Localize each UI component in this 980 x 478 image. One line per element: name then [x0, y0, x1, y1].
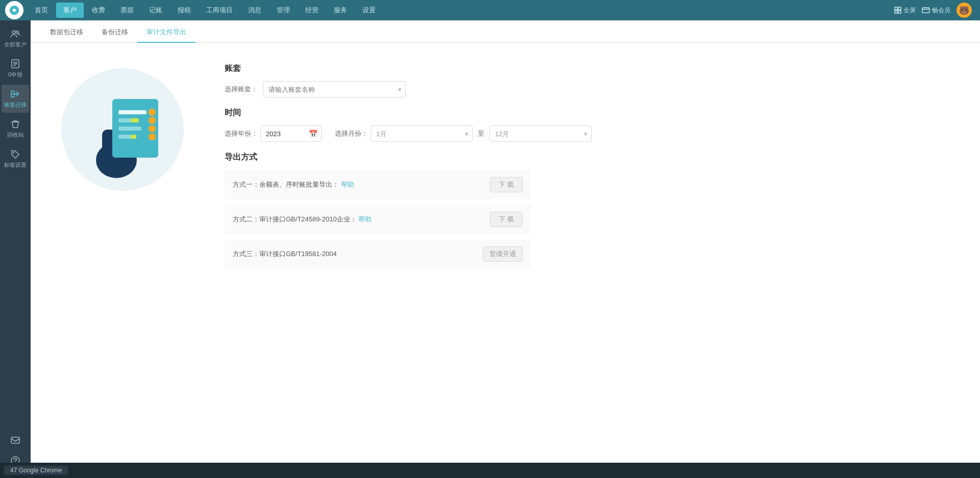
- nav-customer[interactable]: 客户: [56, 3, 84, 18]
- illustration-circle: [61, 68, 184, 191]
- tab-audit-export[interactable]: 审计文件导出: [137, 22, 195, 43]
- nav-invoice[interactable]: 票据: [113, 3, 141, 18]
- nav-message[interactable]: 消息: [241, 3, 268, 18]
- svg-point-8: [16, 31, 19, 34]
- svg-rect-12: [11, 437, 19, 443]
- form-row-account: 选择账套： ▾: [225, 81, 531, 97]
- nav-fee[interactable]: 收费: [85, 3, 112, 18]
- svg-point-23: [149, 117, 156, 124]
- user-avatar[interactable]: 🐻: [957, 3, 972, 18]
- svg-point-1: [13, 9, 16, 12]
- sidebar-label-all-customers: 全部客户: [4, 41, 27, 48]
- illustration-area: [51, 58, 194, 191]
- sidebar-item-zero-report[interactable]: 0申报: [2, 55, 29, 83]
- nav-manage[interactable]: 管理: [270, 3, 297, 18]
- svg-rect-18: [118, 110, 146, 114]
- nav-home[interactable]: 首页: [28, 3, 55, 18]
- method-1-help-link[interactable]: 帮助: [341, 181, 354, 188]
- method-1-download-button[interactable]: 下 载: [490, 177, 523, 192]
- sidebar-label-trash: 回收站: [7, 131, 24, 139]
- export-method-3: 方式三：审计接口GB/T19581-2004 暂缓开通: [225, 239, 531, 269]
- app-logo: [5, 1, 23, 19]
- month-start-select-wrapper: 1月2月3月4月 5月6月7月8月 9月10月11月12月 ▾: [371, 125, 473, 142]
- year-input-wrapper: 📅: [260, 125, 322, 142]
- account-label: 选择账套：: [225, 85, 258, 94]
- svg-point-22: [149, 109, 156, 116]
- nav-operation[interactable]: 经营: [298, 3, 326, 18]
- method-1-label: 方式一：余额表、序时账批量导出： 帮助: [233, 180, 354, 189]
- taskbar: 47 Google Chrome: [0, 463, 980, 478]
- svg-rect-5: [898, 11, 901, 13]
- sidebar-label-tags: 标签设置: [4, 161, 27, 169]
- nav-tax[interactable]: 报税: [170, 3, 198, 18]
- form-row-time: 选择年份： 📅 选择月份： 1月2月3月4月 5月6月7月8月 9月10月11月…: [225, 125, 531, 142]
- year-input[interactable]: [260, 125, 322, 142]
- sidebar: 全部客户 0申报 账套迁移 回收站: [0, 20, 31, 478]
- month-start-label: 选择月份：: [335, 129, 365, 138]
- sidebar-label-migrate: 账套迁移: [4, 101, 27, 109]
- svg-rect-27: [131, 135, 136, 139]
- method-3-soon-button[interactable]: 暂缓开通: [483, 246, 523, 262]
- svg-point-24: [149, 125, 156, 132]
- main-content-area: 数据包迁移 备份迁移 审计文件导出: [31, 20, 980, 478]
- member-label: 畅会员: [932, 6, 950, 15]
- svg-rect-4: [895, 11, 897, 13]
- nav-service[interactable]: 服务: [327, 3, 354, 18]
- section-title-time: 时间: [225, 108, 531, 118]
- fullscreen-label: 全屏: [903, 6, 916, 15]
- sidebar-label-zero-report: 0申报: [8, 71, 22, 79]
- svg-rect-6: [922, 8, 929, 13]
- time-separator: 至: [478, 129, 484, 138]
- tab-bar: 数据包迁移 备份迁移 审计文件导出: [31, 20, 980, 43]
- nav-items: 首页 客户 收费 票据 记账 报税 工商项目 消息 管理 经营 服务 设置: [28, 3, 894, 18]
- nav-right: 全屏 畅会员 🐻: [894, 3, 972, 18]
- fullscreen-button[interactable]: 全屏: [894, 6, 916, 15]
- taskbar-chrome[interactable]: 47 Google Chrome: [4, 466, 68, 475]
- account-input[interactable]: [263, 81, 406, 97]
- tab-backup-migrate[interactable]: 备份迁移: [92, 22, 137, 43]
- sidebar-item-migrate[interactable]: 账套迁移: [2, 85, 29, 113]
- form-area: 账套 选择账套： ▾ 时间 选择年份： 📅 选择月份：: [225, 58, 531, 274]
- document-illustration: [77, 79, 168, 181]
- section-title-account: 账套: [225, 63, 531, 74]
- export-method-1: 方式一：余额表、序时账批量导出： 帮助 下 载: [225, 170, 531, 199]
- main-layout: 全部客户 0申报 账套迁移 回收站: [0, 20, 980, 478]
- svg-rect-26: [131, 118, 139, 122]
- sidebar-item-trash[interactable]: 回收站: [2, 115, 29, 143]
- section-title-export: 导出方式: [225, 152, 531, 163]
- export-method-2: 方式二：审计接口GB/T24589-2010企业： 帮助 下 载: [225, 205, 531, 234]
- member-button[interactable]: 畅会员: [922, 6, 950, 15]
- account-select-wrapper: ▾: [263, 81, 406, 97]
- svg-point-7: [12, 31, 15, 34]
- nav-accounting[interactable]: 记账: [142, 3, 169, 18]
- nav-settings[interactable]: 设置: [355, 3, 383, 18]
- method-3-label: 方式三：审计接口GB/T19581-2004: [233, 249, 337, 259]
- month-end-select-wrapper: 1月2月3月4月 5月6月7月8月 9月10月11月12月 ▾: [489, 125, 592, 142]
- month-end-select[interactable]: 1月2月3月4月 5月6月7月8月 9月10月11月12月: [489, 125, 592, 142]
- sidebar-item-message[interactable]: [2, 431, 29, 449]
- svg-rect-3: [898, 7, 901, 10]
- svg-point-11: [13, 152, 15, 154]
- method-2-label: 方式二：审计接口GB/T24589-2010企业： 帮助: [233, 215, 372, 224]
- sidebar-item-all-customers[interactable]: 全部客户: [2, 24, 29, 53]
- nav-business[interactable]: 工商项目: [199, 3, 240, 18]
- svg-point-25: [149, 133, 156, 140]
- sidebar-item-tags[interactable]: 标签设置: [2, 145, 29, 173]
- top-navigation: 首页 客户 收费 票据 记账 报税 工商项目 消息 管理 经营 服务 设置 全屏: [0, 0, 980, 20]
- tab-data-migrate[interactable]: 数据包迁移: [41, 22, 92, 43]
- method-2-help-link[interactable]: 帮助: [358, 215, 372, 223]
- method-2-download-button[interactable]: 下 载: [490, 212, 523, 227]
- month-start-select[interactable]: 1月2月3月4月 5月6月7月8月 9月10月11月12月: [371, 125, 473, 142]
- year-label: 选择年份：: [225, 129, 255, 138]
- svg-rect-20: [118, 127, 141, 131]
- svg-rect-2: [895, 7, 897, 10]
- page-content: 账套 选择账套： ▾ 时间 选择年份： 📅 选择月份：: [31, 43, 980, 478]
